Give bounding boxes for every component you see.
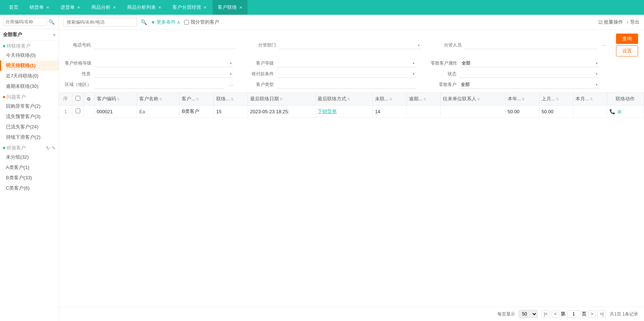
sidebar-item-a-class[interactable]: A类客户(1) bbox=[0, 162, 59, 173]
sidebar-item-ungrouped[interactable]: 未分组(32) bbox=[0, 152, 59, 162]
adv-field-region: 区域（地区） ··· bbox=[65, 81, 233, 89]
pg-last-btn[interactable]: >| bbox=[597, 310, 606, 318]
filter-right-actions: ☑ 批量操作 ↑ 导出 bbox=[598, 19, 640, 25]
sidebar-item-declining[interactable]: 持续下滑客户(2) bbox=[0, 132, 59, 142]
nav-purchase[interactable]: 进货单 ✕ bbox=[55, 0, 85, 15]
close-sales-icon[interactable]: ✕ bbox=[46, 5, 49, 10]
sidebar-item-already-lost[interactable]: 已流失客户(24) bbox=[0, 122, 59, 132]
action-more-icon[interactable]: ⊞ bbox=[617, 109, 622, 114]
customer-type-input[interactable] bbox=[277, 81, 416, 89]
more-conditions-btn[interactable]: ▼ 更多条件 ∧ bbox=[151, 19, 181, 25]
type-sort-icon[interactable]: ⇅ bbox=[196, 97, 199, 101]
close-goods-analysis-list-icon[interactable]: ✕ bbox=[158, 5, 161, 10]
customer-level-select-wrapper: ▾ bbox=[277, 59, 416, 67]
nav-goods-analysis[interactable]: 商品分析 ✕ bbox=[86, 0, 121, 15]
phone-input[interactable] bbox=[94, 41, 235, 49]
last-contact-method-sort-icon[interactable]: ⇅ bbox=[347, 97, 350, 101]
page-input[interactable] bbox=[567, 310, 580, 318]
filter-search-btn[interactable]: 🔍 bbox=[141, 19, 147, 25]
refresh-icon[interactable]: ↻ bbox=[46, 145, 50, 151]
adv-field-payment: 收付款条件 ▾ bbox=[248, 70, 416, 78]
retail-attr-select[interactable]: 全部 bbox=[460, 59, 599, 67]
filter-search-input[interactable] bbox=[63, 18, 137, 27]
sidebar-item-overdue[interactable]: 逾期未联络(30) bbox=[0, 81, 59, 92]
close-customer-contact-icon[interactable]: ✕ bbox=[239, 5, 242, 10]
person-input[interactable] bbox=[465, 41, 598, 49]
collapse-icon: « bbox=[53, 32, 56, 37]
close-customer-segment-icon[interactable]: ✕ bbox=[203, 5, 207, 10]
close-purchase-icon[interactable]: ✕ bbox=[77, 5, 80, 10]
nav-customer-segment[interactable]: 客户分层经营 ✕ bbox=[167, 0, 212, 15]
code-sort-icon[interactable]: ⇅ bbox=[117, 97, 120, 101]
customer-type-label: 客户类型 bbox=[248, 82, 274, 88]
person-label: 分管人员 bbox=[436, 42, 462, 48]
last-contact-date-sort-icon[interactable]: ⇅ bbox=[280, 97, 283, 101]
action-phone-icon[interactable]: 📞 bbox=[609, 109, 615, 114]
problem-dot bbox=[3, 96, 5, 98]
sidebar-search-icon[interactable]: 🔍 bbox=[49, 19, 55, 25]
set-btn[interactable]: 设置 bbox=[616, 45, 638, 56]
pg-prev-btn[interactable]: < bbox=[552, 310, 559, 318]
payment-select-wrapper: ▾ bbox=[277, 70, 416, 78]
customer-level-select[interactable] bbox=[277, 59, 416, 67]
region-more-icon[interactable]: ··· bbox=[229, 82, 233, 88]
sidebar-item-week[interactable]: 近7天待联络(0) bbox=[0, 71, 59, 81]
dept-label: 分管部门 bbox=[250, 42, 276, 48]
cell-this-month bbox=[573, 106, 607, 118]
status-select-wrapper: ▾ bbox=[459, 70, 599, 78]
sidebar-item-tomorrow[interactable]: 明天待联络(1) bbox=[0, 61, 59, 71]
select-all-checkbox[interactable] bbox=[76, 96, 80, 101]
dept-select[interactable] bbox=[279, 41, 421, 49]
pg-next-btn[interactable]: > bbox=[588, 310, 596, 318]
cell-last-month: 50.00 bbox=[539, 106, 573, 118]
th-contact: 联络... ⇅ bbox=[214, 93, 248, 106]
sidebar-search-input[interactable] bbox=[3, 18, 47, 26]
th-settings[interactable]: ⚙ bbox=[83, 93, 94, 106]
payment-select[interactable] bbox=[277, 70, 416, 78]
nav-goods-analysis-list[interactable]: 商品分析列表 ✕ bbox=[122, 0, 167, 15]
query-btn[interactable]: 查询 bbox=[616, 34, 638, 44]
sidebar-item-c-class[interactable]: C类客户(6) bbox=[0, 183, 59, 193]
no-contact-sort-icon[interactable]: ⇅ bbox=[389, 97, 392, 101]
pg-first-btn[interactable]: |< bbox=[541, 310, 550, 318]
pagination-controls: |< < 第 页 > >| bbox=[541, 310, 606, 318]
region-input[interactable] bbox=[94, 81, 224, 89]
th-overdue: 逾期... ⇅ bbox=[406, 93, 440, 106]
sidebar-all-customers[interactable]: 全部客户 « bbox=[0, 29, 59, 41]
price-level-select[interactable] bbox=[94, 59, 233, 67]
value-group-actions: ↻ ✎ bbox=[46, 145, 56, 151]
close-goods-analysis-icon[interactable]: ✕ bbox=[113, 5, 116, 10]
nav-home[interactable]: 首页 bbox=[4, 0, 24, 15]
row-checkbox[interactable] bbox=[76, 108, 80, 113]
adv-filter-row2: 客户价格等级 ▾ 客户等级 ▾ 零散客户属性 bbox=[65, 59, 638, 67]
th-this-month: 本月... ⇅ bbox=[573, 93, 607, 106]
status-select[interactable] bbox=[459, 70, 599, 78]
sidebar-item-today[interactable]: 今天待联络(0) bbox=[0, 50, 59, 61]
my-customers-checkbox-label[interactable]: 我分管的客户 bbox=[184, 19, 219, 25]
edit-icon[interactable]: ✎ bbox=[52, 145, 56, 151]
overdue-sort-icon[interactable]: ⇅ bbox=[423, 97, 426, 101]
nav-sales[interactable]: 销货单 ✕ bbox=[24, 0, 55, 15]
contact-sort-icon[interactable]: ⇅ bbox=[231, 97, 234, 101]
contact-method-link[interactable]: 下销货单 bbox=[318, 108, 337, 114]
adv-filter-row3: 性质 ▾ 收付款条件 ▾ 状态 bbox=[65, 70, 638, 78]
sidebar-item-b-class[interactable]: B类客户(33) bbox=[0, 173, 59, 183]
name-sort-icon[interactable]: ⇅ bbox=[159, 97, 162, 101]
this-year-sort-icon[interactable]: ⇅ bbox=[522, 97, 525, 101]
my-customers-checkbox[interactable] bbox=[184, 20, 189, 25]
sidebar-item-lost[interactable]: 流失预警客户(3) bbox=[0, 111, 59, 122]
this-month-sort-icon[interactable]: ⇅ bbox=[590, 97, 593, 101]
retail-customer-select[interactable]: 全部 bbox=[459, 81, 599, 89]
person-more-icon[interactable]: ··· bbox=[602, 42, 606, 48]
last-month-sort-icon[interactable]: ⇅ bbox=[556, 97, 559, 101]
batch-operation-btn[interactable]: ☑ 批量操作 bbox=[598, 19, 623, 25]
nature-select-wrapper: ▾ bbox=[94, 70, 233, 78]
batch-icon: ☑ bbox=[598, 20, 603, 25]
nav-customer-contact[interactable]: 客户联络 ✕ bbox=[213, 0, 248, 15]
retail-customer-select-wrapper: 全部 ▾ bbox=[459, 81, 599, 89]
partner-contact-sort-icon[interactable]: ⇅ bbox=[477, 97, 480, 101]
per-page-select[interactable]: 50 100 bbox=[519, 310, 538, 318]
export-btn[interactable]: ↑ 导出 bbox=[627, 19, 640, 25]
sidebar-item-repurchase[interactable]: 回购异常客户(2) bbox=[0, 101, 59, 111]
nature-select[interactable] bbox=[94, 70, 233, 78]
